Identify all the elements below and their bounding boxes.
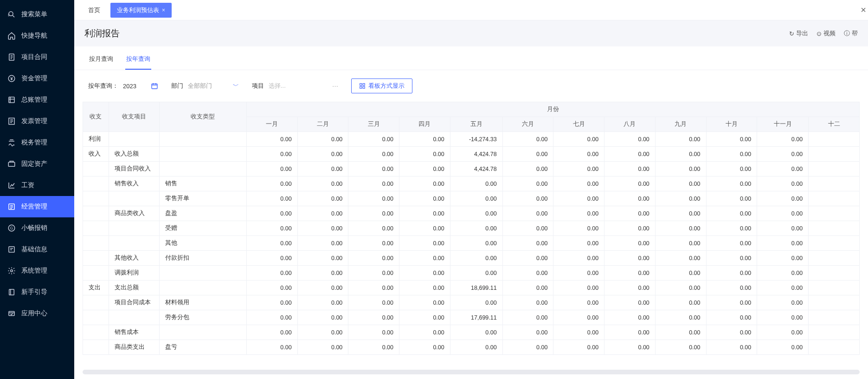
- cell-value: 0.00: [502, 236, 553, 251]
- project-label: 项目: [252, 82, 264, 90]
- cell-type: 销售: [159, 176, 246, 191]
- sidebar-item-13[interactable]: 新手引导: [0, 281, 74, 303]
- cell-item: 销售收入: [109, 176, 159, 191]
- video-button[interactable]: ⊙ 视频: [817, 29, 836, 38]
- cell-value: 0.00: [348, 281, 399, 295]
- sidebar-item-9[interactable]: 经营管理: [0, 196, 74, 217]
- cell-item: 项目合同收入: [109, 162, 159, 176]
- cell-value: 0.00: [706, 295, 757, 310]
- cell-value: 0.00: [297, 236, 348, 251]
- apps-icon: [7, 309, 16, 318]
- cell-value: 0.00: [297, 266, 348, 281]
- cell-value: 0.00: [246, 325, 297, 340]
- cell-value: 0.00: [399, 325, 450, 340]
- sidebar-item-12[interactable]: 系统管理: [0, 260, 74, 281]
- cell-value: 0.00: [502, 281, 553, 295]
- header-actions: ↻ 导出 ⊙ 视频 ⓘ 帮: [789, 29, 858, 38]
- sidebar-item-2[interactable]: 项目合同: [0, 46, 74, 68]
- cell-value: 0.00: [399, 310, 450, 325]
- cell-value: 0.00: [757, 206, 809, 221]
- money-icon: [7, 74, 16, 83]
- ledger-icon: [7, 96, 16, 104]
- sidebar-item-1[interactable]: 快捷导航: [0, 25, 74, 46]
- sidebar-item-label: 税务管理: [21, 138, 47, 147]
- calendar-icon[interactable]: [151, 82, 158, 90]
- cell-item: 商品类收入: [109, 206, 159, 221]
- cell-value: 0.00: [757, 266, 809, 281]
- sidebar-item-11[interactable]: 基础信息: [0, 239, 74, 260]
- cell-value: 0.00: [450, 221, 502, 236]
- sidebar-item-7[interactable]: 固定资产: [0, 153, 74, 175]
- dept-select[interactable]: 全部部门 ﹀: [188, 82, 239, 90]
- th-month-8: 九月: [655, 117, 706, 132]
- sidebar-item-3[interactable]: 资金管理: [0, 68, 74, 89]
- cell-value: 0.00: [399, 132, 450, 147]
- sidebar-item-8[interactable]: 工资: [0, 175, 74, 196]
- year-input[interactable]: [123, 83, 146, 90]
- table-row: 商品类收入盘盈0.000.000.000.000.000.000.000.000…: [83, 206, 860, 221]
- cell-value: 0.00: [706, 266, 757, 281]
- cell-group: [83, 340, 109, 355]
- tab-monthly[interactable]: 按月查询: [88, 51, 114, 70]
- svg-rect-11: [9, 289, 14, 295]
- cell-value: 0.00: [450, 176, 502, 191]
- tab-close-icon[interactable]: ×: [162, 7, 165, 13]
- sidebar-item-5[interactable]: 发票管理: [0, 111, 74, 132]
- cell-value: 0.00: [348, 325, 399, 340]
- cell-value: 0.00: [502, 176, 553, 191]
- cell-value: 0.00: [757, 132, 809, 147]
- cell-value: 0.00: [553, 295, 604, 310]
- cell-value: 0.00: [502, 132, 553, 147]
- cell-group: [83, 176, 109, 191]
- svg-text:G: G: [10, 226, 13, 230]
- sidebar-item-label: 搜索菜单: [21, 10, 47, 19]
- dept-label: 部门: [171, 82, 183, 90]
- book-icon: [7, 288, 16, 296]
- cell-value: 0.00: [348, 206, 399, 221]
- year-label: 按年查询：: [88, 82, 118, 90]
- cell-value: 0.00: [246, 281, 297, 295]
- tab-0[interactable]: 首页: [82, 3, 107, 18]
- cell-type: [159, 266, 246, 281]
- cell-value: 0.00: [297, 162, 348, 176]
- svg-rect-3: [9, 97, 14, 103]
- table-scroll[interactable]: 收支收支项目收支类型月份一月二月三月四月五月六月七月八月九月十月十一月十二利润0…: [83, 102, 860, 364]
- cell-value: 0.00: [655, 132, 706, 147]
- cell-value: 0.00: [450, 266, 502, 281]
- cell-value: 0.00: [348, 236, 399, 251]
- cell-value: 0.00: [553, 206, 604, 221]
- cell-group: [83, 206, 109, 221]
- tab-yearly[interactable]: 按年查询: [125, 51, 151, 70]
- sidebar-item-4[interactable]: 总账管理: [0, 89, 74, 111]
- cell-value: 0.00: [604, 206, 656, 221]
- board-view-button[interactable]: 看板方式显示: [351, 78, 412, 93]
- project-select[interactable]: 选择... ⋯: [269, 82, 338, 90]
- sidebar-item-label: 小畅报销: [21, 224, 47, 232]
- svg-rect-16: [360, 86, 362, 88]
- asset-icon: [7, 160, 16, 168]
- cell-group: [83, 221, 109, 236]
- export-button[interactable]: ↻ 导出: [789, 29, 808, 38]
- svg-point-10: [11, 270, 13, 272]
- horizontal-scrollbar[interactable]: [83, 370, 860, 374]
- sidebar-item-6[interactable]: 税务管理: [0, 132, 74, 153]
- sidebar-item-14[interactable]: 应用中心: [0, 303, 74, 324]
- sidebar-item-10[interactable]: G小畅报销: [0, 217, 74, 239]
- sidebar-item-0[interactable]: 搜索菜单: [0, 4, 74, 25]
- svg-rect-5: [8, 162, 15, 166]
- cell-value: 0.00: [757, 281, 809, 295]
- cell-value: 0.00: [757, 325, 809, 340]
- dept-filter: 部门 全部部门 ﹀: [171, 82, 239, 90]
- sidebar-item-label: 发票管理: [21, 117, 47, 125]
- cell-value: 4,424.78: [450, 162, 502, 176]
- cell-value: 0.00: [757, 295, 809, 310]
- cell-value: 0.00: [297, 147, 348, 162]
- tab-1[interactable]: 业务利润预估表×: [110, 3, 172, 18]
- sidebar-item-label: 应用中心: [21, 309, 47, 318]
- cell-value: [809, 176, 860, 191]
- cell-value: 0.00: [553, 221, 604, 236]
- cell-value: 0.00: [348, 221, 399, 236]
- help-button[interactable]: ⓘ 帮: [844, 29, 858, 38]
- close-icon[interactable]: ×: [861, 5, 866, 15]
- cell-type: 零售开单: [159, 191, 246, 206]
